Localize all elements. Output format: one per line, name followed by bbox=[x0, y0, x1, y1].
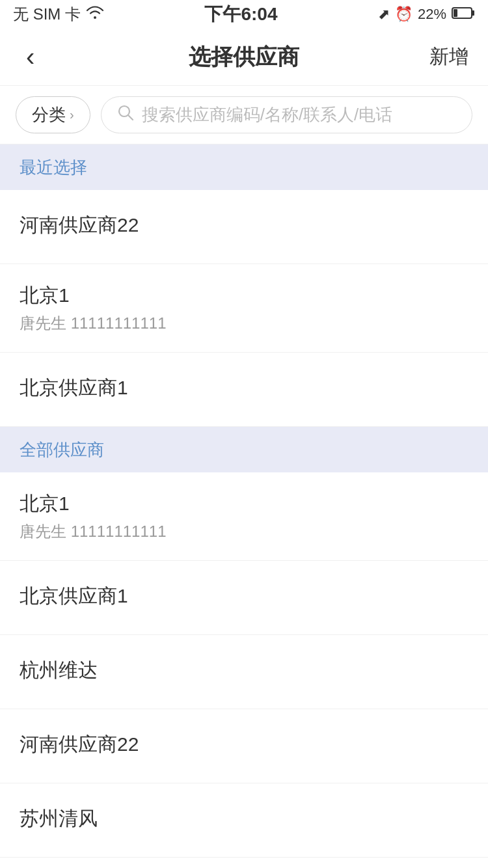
battery-icon bbox=[452, 6, 475, 23]
status-bar: 无 SIM 卡 下午6:04 ⬈ ⏰ 22% bbox=[0, 0, 488, 29]
location-icon: ⬈ bbox=[378, 6, 390, 23]
supplier-name: 杭州维达 bbox=[20, 657, 468, 684]
supplier-name: 北京供应商1 bbox=[20, 583, 468, 610]
status-left: 无 SIM 卡 bbox=[13, 4, 104, 25]
wifi-icon bbox=[86, 5, 104, 23]
sim-status: 无 SIM 卡 bbox=[13, 4, 81, 25]
chevron-right-icon: › bbox=[70, 107, 74, 122]
status-right: ⬈ ⏰ 22% bbox=[378, 6, 475, 23]
search-box[interactable]: 搜索供应商编码/名称/联系人/电话 bbox=[101, 96, 472, 133]
all-items-list: 北京1 唐先生 11111111111 北京供应商1 杭州维达 河南供应商22 … bbox=[0, 472, 488, 858]
supplier-name: 苏州清风 bbox=[20, 806, 468, 832]
list-item[interactable]: 北京1 唐先生 11111111111 bbox=[0, 264, 488, 353]
nav-bar: ‹ 选择供应商 新增 bbox=[0, 29, 488, 86]
alarm-icon: ⏰ bbox=[395, 6, 413, 23]
supplier-name: 北京1 bbox=[20, 491, 468, 517]
filter-bar: 分类 › 搜索供应商编码/名称/联系人/电话 bbox=[0, 86, 488, 144]
list-item[interactable]: 河南供应商22 bbox=[0, 709, 488, 783]
recent-items-list: 河南供应商22 北京1 唐先生 11111111111 北京供应商1 bbox=[0, 190, 488, 427]
all-section-label: 全部供应商 bbox=[20, 439, 104, 461]
category-button[interactable]: 分类 › bbox=[16, 96, 90, 133]
list-item[interactable]: 北京供应商1 bbox=[0, 561, 488, 635]
status-time: 下午6:04 bbox=[204, 2, 277, 27]
battery-percent: 22% bbox=[418, 6, 446, 23]
supplier-name: 北京1 bbox=[20, 282, 468, 309]
recent-section-header: 最近选择 bbox=[0, 144, 488, 190]
svg-rect-1 bbox=[472, 10, 474, 16]
page-title: 选择供应商 bbox=[189, 42, 299, 72]
supplier-contact: 唐先生 11111111111 bbox=[20, 313, 468, 334]
search-placeholder: 搜索供应商编码/名称/联系人/电话 bbox=[142, 103, 393, 126]
back-button[interactable]: ‹ bbox=[20, 36, 41, 78]
list-item[interactable]: 北京1 唐先生 11111111111 bbox=[0, 472, 488, 561]
svg-line-4 bbox=[128, 115, 133, 120]
list-item[interactable]: 杭州维达 bbox=[0, 635, 488, 709]
supplier-contact: 唐先生 11111111111 bbox=[20, 521, 468, 542]
supplier-name: 北京供应商1 bbox=[20, 375, 468, 401]
svg-rect-2 bbox=[454, 9, 457, 17]
all-section-header: 全部供应商 bbox=[0, 427, 488, 472]
category-label: 分类 bbox=[32, 103, 66, 126]
list-item[interactable]: 河南供应商22 bbox=[0, 190, 488, 264]
add-button[interactable]: 新增 bbox=[429, 44, 468, 70]
supplier-name: 河南供应商22 bbox=[20, 731, 468, 758]
search-icon bbox=[117, 104, 134, 126]
list-item[interactable]: 苏州清风 bbox=[0, 783, 488, 858]
supplier-name: 河南供应商22 bbox=[20, 212, 468, 239]
recent-section-label: 最近选择 bbox=[20, 156, 87, 179]
list-item[interactable]: 北京供应商1 bbox=[0, 353, 488, 427]
